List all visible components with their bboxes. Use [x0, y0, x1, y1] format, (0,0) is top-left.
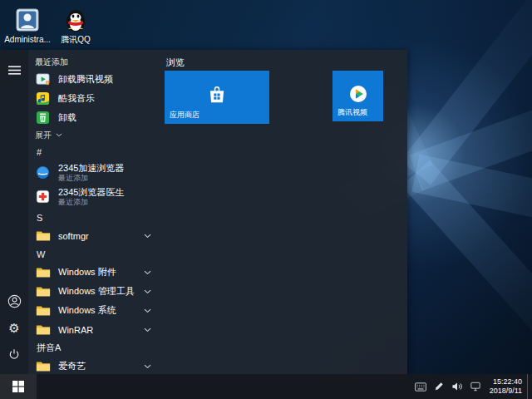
- user-account-icon: [14, 7, 41, 33]
- folder-icon: [35, 265, 51, 279]
- folder-icon: [35, 323, 51, 337]
- desktop-icon-administrator[interactable]: Administra...: [3, 7, 52, 45]
- tile-label: 腾讯视频: [337, 107, 367, 118]
- uninstall-icon: [35, 111, 51, 125]
- tile-windows-store[interactable]: 应用商店: [165, 71, 269, 124]
- app-list-folder-windows-system[interactable]: Windows 系统: [30, 301, 160, 320]
- windows-store-icon: [206, 84, 228, 106]
- folder-icon: [35, 229, 51, 243]
- touch-keyboard-icon[interactable]: [414, 380, 427, 393]
- power-icon: [8, 348, 20, 360]
- folder-icon: [35, 284, 51, 298]
- app-list-folder-windows-accessories[interactable]: Windows 附件: [30, 263, 160, 282]
- network-icon[interactable]: [469, 380, 482, 393]
- doctor-2345-icon: [35, 190, 51, 204]
- app-sublabel: 最近添加: [58, 173, 124, 183]
- app-list-folder-winrar[interactable]: WinRAR: [30, 320, 160, 339]
- app-list-section-header[interactable]: S: [30, 209, 160, 226]
- app-label: Windows 附件: [58, 266, 116, 278]
- app-label: 2345加速浏览器: [58, 163, 124, 173]
- qq-penguin-icon: [62, 7, 89, 33]
- app-list-section-header[interactable]: 拼音A: [30, 339, 160, 357]
- user-icon: [7, 294, 22, 308]
- app-list-folder-iqiyi[interactable]: 爱奇艺: [30, 357, 160, 374]
- app-label: 酷我音乐: [58, 92, 95, 105]
- settings-button[interactable]: ⚙: [4, 318, 24, 337]
- hamburger-menu-button[interactable]: [4, 60, 24, 80]
- app-label: Windows 系统: [58, 304, 116, 317]
- gear-icon: ⚙: [8, 322, 19, 334]
- chevron-down-icon: [144, 308, 151, 313]
- app-list-item-kuwo-music[interactable]: 酷我音乐: [30, 89, 160, 108]
- kuwo-music-icon: [35, 91, 51, 106]
- uninstall-video-icon: [35, 72, 51, 86]
- tile-label: 应用商店: [170, 110, 200, 121]
- chevron-down-icon: [144, 328, 151, 332]
- app-label: softmgr: [58, 231, 89, 241]
- desktop-icon-label: 腾讯QQ: [61, 35, 91, 44]
- start-button[interactable]: [0, 374, 37, 399]
- browser-2345-icon: [35, 165, 51, 180]
- app-sublabel: 最近添加: [58, 197, 124, 207]
- app-list-section-header: 最近添加: [30, 55, 160, 70]
- app-label: WinRAR: [58, 325, 93, 335]
- app-list-folder-softmgr[interactable]: softmgr: [30, 226, 160, 245]
- start-menu-app-list: 最近添加 卸载腾讯视频: [28, 50, 160, 374]
- desktop-screen: Administra... 腾讯QQ: [0, 0, 532, 399]
- chevron-down-icon: [144, 364, 151, 369]
- chevron-down-icon: [144, 234, 151, 239]
- start-menu-rail: ⚙: [0, 50, 28, 374]
- taskbar: 15:22:40 2018/9/11: [0, 374, 532, 399]
- pen-input-icon[interactable]: [432, 380, 446, 393]
- app-label: 2345浏览器医生: [58, 187, 124, 197]
- app-label: 卸载腾讯视频: [58, 73, 113, 86]
- taskbar-clock[interactable]: 15:22:40 2018/9/11: [490, 377, 522, 396]
- app-list-item-2345-doctor[interactable]: 2345浏览器医生 最近添加: [30, 185, 160, 209]
- tile-tencent-video[interactable]: 腾讯视频: [332, 71, 383, 121]
- app-list-folder-windows-admin-tools[interactable]: Windows 管理工具: [30, 282, 160, 301]
- folder-icon: [35, 303, 51, 318]
- desktop-icon-qq[interactable]: 腾讯QQ: [52, 7, 100, 45]
- power-button[interactable]: [4, 344, 24, 364]
- show-desktop-button[interactable]: [527, 374, 532, 399]
- expand-list-button[interactable]: 展开: [30, 127, 160, 143]
- app-list-item-uninstall[interactable]: 卸载: [30, 108, 160, 127]
- start-menu-tiles: 浏览 应用商店: [160, 50, 407, 374]
- app-list-section-header[interactable]: W: [30, 245, 160, 263]
- system-tray: 15:22:40 2018/9/11: [411, 374, 532, 399]
- windows-logo-icon: [12, 381, 24, 392]
- chevron-down-icon: [144, 289, 151, 294]
- folder-icon: [35, 359, 51, 373]
- app-label: 卸载: [58, 111, 76, 124]
- user-profile-button[interactable]: [4, 291, 24, 311]
- chevron-down-icon: [144, 270, 151, 275]
- chevron-down-icon: [56, 133, 62, 137]
- clock-date: 2018/9/11: [490, 387, 522, 396]
- start-menu: ⚙ 最近添加: [0, 50, 407, 374]
- app-label: 爱奇艺: [58, 360, 86, 372]
- hamburger-icon: [8, 64, 21, 76]
- app-list-item-uninstall-tencent-video[interactable]: 卸载腾讯视频: [30, 70, 160, 89]
- app-list-item-2345-browser[interactable]: 2345加速浏览器 最近添加: [30, 160, 160, 185]
- tile-group-label[interactable]: 浏览: [166, 57, 185, 69]
- clock-time: 15:22:40: [490, 377, 522, 387]
- tencent-video-icon: [348, 84, 368, 104]
- app-label: Windows 管理工具: [58, 285, 135, 298]
- app-list-section-header[interactable]: #: [30, 143, 160, 160]
- desktop-icon-label: Administra...: [4, 35, 51, 44]
- volume-icon[interactable]: [451, 380, 464, 393]
